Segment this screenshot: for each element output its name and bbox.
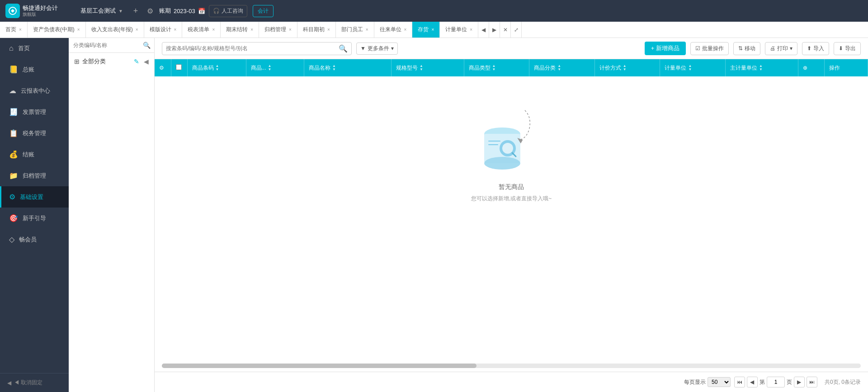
more-filter-button[interactable]: ▼ 更多条件 ▾	[356, 43, 398, 55]
tab-period-carry[interactable]: 期末结转 ×	[221, 22, 259, 38]
close-icon[interactable]: ×	[404, 27, 407, 32]
close-icon[interactable]: ×	[289, 27, 292, 32]
tab-expand-button[interactable]: ⤢	[511, 22, 522, 38]
move-icon: ⇅	[738, 45, 743, 52]
account-button[interactable]: 会计	[253, 5, 274, 17]
calendar-icon[interactable]: 📅	[198, 8, 205, 14]
column-settings-icon[interactable]: ⚙	[159, 65, 164, 71]
close-icon[interactable]: ×	[250, 27, 253, 32]
panel-layout: 🔍 ⊞ 全部分类 ✎ ◀ 🔍 ▼	[69, 38, 868, 392]
header-right: 🎧 人工咨询 会计	[209, 5, 274, 17]
add-column-icon[interactable]: ⊕	[803, 65, 807, 71]
tab-archive[interactable]: 归档管理 ×	[259, 22, 297, 38]
tab-bar: 首页 × 资产负债表(中期) × 收入支出表(年报) × 模版设计 × 税表清单…	[0, 22, 868, 38]
sort-arrows-spec: ▲▼	[420, 64, 423, 71]
page-input[interactable]	[767, 377, 785, 387]
main-layout: ⌂ 首页 📒 总账 ☁ 云报表中心 🧾 发票管理 📋 税务管理 💰 结账 📁 归…	[0, 38, 868, 392]
sidebar-item-ledger[interactable]: 📒 总账	[0, 59, 69, 80]
close-icon[interactable]: ×	[431, 27, 434, 32]
table-col-code[interactable]: 商品... ▲▼	[246, 59, 304, 76]
import-icon: ⬆	[807, 45, 811, 52]
chevron-down-icon: ▼	[118, 9, 123, 14]
close-icon[interactable]: ×	[212, 27, 215, 32]
last-page-button[interactable]: ⏭	[807, 377, 817, 387]
table-col-spec[interactable]: 规格型号 ▲▼	[391, 59, 464, 76]
table-col-settings[interactable]: ⚙	[155, 59, 171, 76]
import-button[interactable]: ⬆ 导入	[802, 42, 829, 55]
tab-dept-staff[interactable]: 部门员工 ×	[336, 22, 374, 38]
print-button[interactable]: 🖨 打印 ▾	[765, 42, 797, 55]
cloud-icon: ☁	[9, 86, 16, 95]
tab-balance-sheet[interactable]: 资产负债表(中期) ×	[28, 22, 86, 38]
tab-unit[interactable]: 计量单位 ×	[440, 22, 478, 38]
close-icon[interactable]: ×	[77, 27, 80, 32]
sidebar-item-closing[interactable]: 💰 结账	[0, 144, 69, 165]
tab-income-expense[interactable]: 收入支出表(年报) ×	[86, 22, 144, 38]
category-search-input[interactable]	[73, 42, 141, 48]
close-icon[interactable]: ×	[19, 27, 22, 32]
invoice-icon: 🧾	[9, 108, 18, 116]
close-icon[interactable]: ×	[327, 27, 330, 32]
sidebar-item-member[interactable]: ◇ 畅会员	[0, 229, 69, 250]
table-col-checkbox[interactable]	[171, 59, 187, 76]
tab-subject-init[interactable]: 科目期初 ×	[297, 22, 336, 38]
content-area: 🔍 ⊞ 全部分类 ✎ ◀ 🔍 ▼	[69, 38, 868, 392]
edit-category-icon[interactable]: ✎	[134, 58, 139, 65]
horizontal-scroll[interactable]	[155, 362, 868, 372]
export-icon: ⬇	[839, 45, 843, 52]
sidebar-item-guide[interactable]: 🎯 新手引导	[0, 208, 69, 229]
sidebar-item-archive[interactable]: 📁 归档管理	[0, 165, 69, 186]
sidebar-item-tax[interactable]: 📋 税务管理	[0, 123, 69, 144]
tab-counterpart[interactable]: 往来单位 ×	[374, 22, 413, 38]
table-col-main-unit[interactable]: 主计量单位 ▲▼	[725, 59, 798, 76]
headset-icon: 🎧	[213, 8, 220, 14]
support-button[interactable]: 🎧 人工咨询	[209, 5, 247, 17]
product-search-input[interactable]	[166, 45, 336, 52]
settings-button[interactable]: ⚙	[145, 5, 156, 16]
tab-close-all-button[interactable]: ✕	[500, 22, 511, 38]
export-button[interactable]: ⬇ 导出	[834, 42, 861, 55]
closing-icon: 💰	[9, 150, 18, 159]
product-search-bar: 🔍 ▼ 更多条件 ▾ + 新增商品 ☑ 批量操作	[155, 38, 868, 59]
next-page-button[interactable]: ▶	[794, 377, 805, 387]
prev-page-button[interactable]: ◀	[747, 377, 758, 387]
print-icon: 🖨	[770, 45, 775, 52]
tab-tax-list[interactable]: 税表清单 ×	[182, 22, 221, 38]
empty-state: 暂无商品 您可以选择新增,或者直接导入哦~	[155, 76, 868, 230]
table-col-type[interactable]: 商品类型 ▲▼	[464, 59, 529, 76]
batch-operation-button[interactable]: ☑ 批量操作	[690, 42, 729, 55]
table-col-unit[interactable]: 计量单位 ▲▼	[660, 59, 726, 76]
company-selector[interactable]: 基层工会测试 ▼	[77, 5, 127, 17]
close-icon[interactable]: ×	[174, 27, 177, 32]
tab-template-design[interactable]: 模版设计 ×	[144, 22, 183, 38]
add-tab-button[interactable]: +	[130, 5, 141, 16]
search-icon[interactable]: 🔍	[339, 44, 348, 53]
sidebar-collapse-button[interactable]: ◀ ◀ 取消固定	[0, 373, 69, 392]
select-all-checkbox[interactable]	[176, 64, 182, 70]
table-col-extra[interactable]: ⊕	[798, 59, 824, 76]
close-icon[interactable]: ×	[470, 27, 472, 32]
sidebar-item-settings[interactable]: ⚙ 基础设置	[0, 186, 69, 208]
sidebar-item-reports[interactable]: ☁ 云报表中心	[0, 80, 69, 101]
close-icon[interactable]: ×	[366, 27, 368, 32]
first-page-button[interactable]: ⏮	[734, 377, 745, 387]
tab-homepage[interactable]: 首页 ×	[0, 22, 28, 38]
table-col-name[interactable]: 商品名称 ▲▼	[304, 59, 392, 76]
table-col-barcode[interactable]: 商品条码 ▲▼	[187, 59, 246, 76]
guide-icon: 🎯	[9, 214, 18, 222]
table-col-category[interactable]: 商品分类 ▲▼	[529, 59, 595, 76]
table-col-pricing[interactable]: 计价方式 ▲▼	[594, 59, 660, 76]
tab-next-button[interactable]: ▶	[489, 22, 500, 38]
sidebar-item-home[interactable]: ⌂ 首页	[0, 38, 69, 59]
tab-inventory[interactable]: 存货 ×	[412, 22, 440, 38]
category-search-icon[interactable]: 🔍	[143, 42, 151, 49]
scroll-thumb[interactable]	[162, 364, 476, 368]
sidebar-item-invoice[interactable]: 🧾 发票管理	[0, 101, 69, 123]
tab-prev-button[interactable]: ◀	[478, 22, 489, 38]
page-size-select[interactable]: 10 20 50 100	[708, 377, 731, 387]
move-button[interactable]: ⇅ 移动	[733, 42, 760, 55]
all-categories-item[interactable]: ⊞ 全部分类 ✎ ◀	[69, 53, 154, 70]
collapse-panel-icon[interactable]: ◀	[144, 58, 149, 65]
add-product-button[interactable]: + 新增商品	[645, 42, 686, 55]
close-icon[interactable]: ×	[136, 27, 138, 32]
